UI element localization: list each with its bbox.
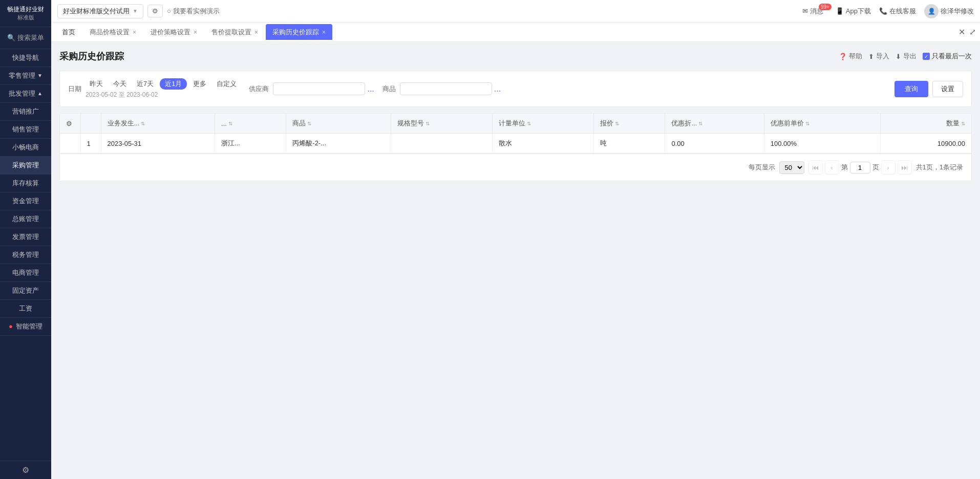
th-unit-label: 计量单位 — [499, 119, 525, 128]
sort-icon: ⇅ — [615, 121, 619, 126]
th-pre-discount-price[interactable]: 优惠前单价 ⇅ — [764, 114, 880, 134]
sidebar-item-sales[interactable]: 销售管理 — [0, 121, 51, 139]
th-biz-date[interactable]: 业务发生... ⇅ — [101, 114, 215, 134]
filter-row: 日期 昨天 今天 近7天 近1月 更多 自定义 2023-05-02 至 202… — [68, 78, 963, 99]
td-unit: 散水 — [492, 134, 593, 154]
sidebar-settings-icon[interactable]: ⚙ — [22, 466, 29, 474]
tab-purchase-strategy[interactable]: 进价策略设置 × — [144, 24, 204, 40]
th-discount[interactable]: 优惠折... ⇅ — [665, 114, 764, 134]
sidebar-item-wholesale-label: 批发管理 — [9, 89, 35, 98]
th-spec[interactable]: 规格型号 ⇅ — [391, 114, 492, 134]
supplier-more-button[interactable]: ... — [367, 84, 374, 94]
gear-icon[interactable]: ⚙ — [66, 120, 72, 127]
sidebar-item-retail[interactable]: 零售管理 ▼ — [0, 67, 51, 85]
date-filter: 日期 昨天 今天 近7天 近1月 更多 自定义 2023-05-02 至 202… — [68, 78, 241, 99]
sidebar-item-tax[interactable]: 税务管理 — [0, 246, 51, 264]
date-opt-yesterday[interactable]: 昨天 — [86, 78, 107, 90]
tab-close-all-button[interactable]: ✕ — [958, 27, 965, 37]
help-icon: ❓ — [839, 53, 847, 60]
date-opt-more[interactable]: 更多 — [189, 78, 210, 90]
goods-more-button[interactable]: ... — [494, 84, 501, 94]
th-more-label: ... — [221, 120, 227, 127]
table-header-row: ⚙ 业务发生... ⇅ ... ⇅ — [60, 114, 971, 134]
td-biz-date: 2023-05-31 — [101, 134, 215, 154]
sidebar-item-ecom[interactable]: 电商管理 — [0, 264, 51, 282]
page-first-button[interactable]: ⏮ — [808, 160, 823, 175]
per-page-select[interactable]: 50 — [779, 161, 804, 174]
goods-input-group: ... — [400, 82, 501, 95]
message-button[interactable]: ✉ 消息 99+ — [802, 7, 827, 16]
logo-sub: 标准版 — [4, 14, 47, 21]
tab-price-close[interactable]: × — [133, 29, 136, 36]
sidebar-item-purchase-label: 采购管理 — [12, 161, 39, 170]
sidebar-item-ecom-light[interactable]: 小畅电商 — [0, 139, 51, 157]
only-last-checkbox-label[interactable]: 只看最后一次 — [923, 52, 972, 61]
th-quantity[interactable]: 数量 ⇅ — [881, 114, 971, 134]
topbar-settings-button[interactable]: ⚙ — [147, 5, 163, 17]
date-opt-today[interactable]: 今天 — [109, 78, 131, 90]
filter-actions: 查询 设置 — [894, 81, 963, 97]
sidebar-item-ledger[interactable]: 总账管理 — [0, 210, 51, 228]
tab-sale-price[interactable]: 售价提取设置 × — [205, 24, 265, 40]
tab-history-price[interactable]: 采购历史价跟踪 × — [266, 24, 332, 40]
page-number-input[interactable] — [850, 162, 870, 173]
sidebar-item-purchase[interactable]: 采购管理 — [0, 157, 51, 175]
topbar-right: ✉ 消息 99+ 📱 App下载 📞 在线客服 👤 徐泽华修改 — [802, 4, 974, 18]
sidebar-item-invoice[interactable]: 发票管理 — [0, 228, 51, 246]
user-menu-button[interactable]: 👤 徐泽华修改 — [924, 4, 974, 18]
filter-settings-button[interactable]: 设置 — [932, 81, 963, 97]
tab-home[interactable]: 首页 — [55, 24, 82, 40]
sort-icon: ⇅ — [228, 121, 232, 126]
sidebar-quick-nav[interactable]: 快捷导航 — [0, 49, 51, 67]
online-service-button[interactable]: 📞 在线客服 — [879, 7, 916, 16]
date-opt-last7[interactable]: 近7天 — [133, 78, 158, 90]
th-unit[interactable]: 计量单位 ⇅ — [492, 114, 593, 134]
sidebar-search[interactable]: 🔍 搜索菜单 — [0, 27, 51, 49]
sidebar-item-marketing[interactable]: 营销推广 — [0, 103, 51, 121]
td-gear — [60, 134, 80, 154]
page-next-button[interactable]: › — [881, 160, 896, 175]
supplier-input[interactable] — [273, 82, 365, 95]
sort-icon: ⇅ — [141, 121, 145, 126]
content-area: 采购历史价跟踪 ❓ 帮助 ⬆ 导入 ⬇ 导出 只看最后一次 — [51, 42, 980, 479]
sidebar-item-salary[interactable]: 工资 — [0, 300, 51, 318]
date-opt-custom[interactable]: 自定义 — [212, 78, 241, 90]
import-label: 导入 — [876, 52, 889, 61]
demo-button[interactable]: ○ 我要看实例演示 — [167, 7, 220, 16]
search-menu-button[interactable]: 🔍 搜索菜单 — [4, 31, 47, 45]
query-button[interactable]: 查询 — [894, 81, 928, 97]
avatar: 👤 — [924, 4, 939, 18]
tab-price[interactable]: 商品价格设置 × — [83, 24, 143, 40]
import-button[interactable]: ⬆ 导入 — [868, 52, 889, 61]
th-more[interactable]: ... ⇅ — [215, 114, 286, 134]
tab-purchase-strategy-close[interactable]: × — [194, 29, 197, 36]
th-gear[interactable]: ⚙ — [60, 114, 80, 134]
tab-expand-button[interactable]: ⤢ — [969, 27, 976, 37]
page-label: 第 — [841, 163, 848, 172]
tab-sale-price-close[interactable]: × — [254, 29, 258, 36]
sidebar-item-wholesale[interactable]: 批发管理 ▲ — [0, 85, 51, 103]
edition-select[interactable]: 好业财标准版交付试用 ▼ — [57, 4, 143, 18]
th-spec-label: 规格型号 — [397, 119, 424, 128]
export-button[interactable]: ⬇ 导出 — [896, 52, 917, 61]
date-opt-last1m[interactable]: 近1月 — [160, 78, 187, 90]
sidebar-item-inventory[interactable]: 库存核算 — [0, 175, 51, 192]
th-quantity-label: 数量 — [946, 119, 960, 128]
sidebar-item-fixed-assets[interactable]: 固定资产 — [0, 282, 51, 300]
goods-input[interactable] — [400, 82, 492, 95]
help-link[interactable]: ❓ 帮助 — [839, 52, 862, 61]
sidebar-logo: 畅捷通好业财 标准版 — [0, 0, 51, 27]
sidebar-item-smart[interactable]: ● 智能管理 — [0, 318, 51, 336]
page-last-button[interactable]: ⏭ — [898, 160, 912, 175]
tab-history-price-close[interactable]: × — [322, 29, 326, 36]
avatar-icon: 👤 — [928, 8, 935, 15]
sidebar-item-finance[interactable]: 资金管理 — [0, 192, 51, 210]
sidebar-bottom: ⚙ — [0, 461, 51, 479]
page-prev-button[interactable]: ‹ — [825, 160, 839, 175]
per-page-label: 每页显示 — [749, 163, 775, 172]
th-goods[interactable]: 商品 ⇅ — [286, 114, 391, 134]
table-row[interactable]: 1 2023-05-31 浙江... 丙烯酸-2-... 散水 吨 0.00 1… — [60, 134, 971, 154]
app-download-button[interactable]: 📱 App下载 — [836, 7, 871, 16]
th-quote[interactable]: 报价 ⇅ — [593, 114, 665, 134]
only-last-checkbox[interactable] — [923, 53, 930, 60]
